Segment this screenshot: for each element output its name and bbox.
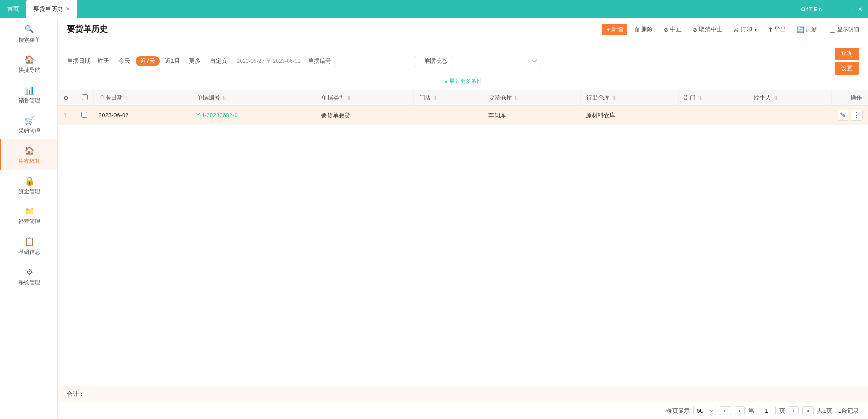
total-info: 共1页，1条记录 bbox=[817, 407, 859, 415]
refresh-button[interactable]: 🔄 刷新 bbox=[793, 24, 822, 35]
sidebar-item-finance[interactable]: 🔒 资金管理 bbox=[0, 170, 57, 200]
date-btn-7days[interactable]: 近7天 bbox=[136, 56, 160, 66]
page-label: 第 bbox=[748, 407, 754, 415]
row-more-icon[interactable]: ⋮ bbox=[851, 110, 863, 121]
page-unit: 页 bbox=[779, 407, 785, 415]
pagination: 每页显示 20 50 100 200 « ‹ 第 页 › » 共1页，1条记录 bbox=[58, 402, 868, 419]
action-icons: ✎ ⋮ bbox=[837, 110, 863, 121]
maximize-icon[interactable]: □ bbox=[849, 6, 852, 13]
filter-date-label: 单据日期 bbox=[67, 57, 90, 65]
col-handler-label: 经手人 bbox=[754, 94, 771, 101]
tab-list: 首页 要货单历史 ✕ bbox=[0, 0, 77, 18]
refresh-icon: 🔄 bbox=[797, 26, 804, 33]
sidebar-item-inventory[interactable]: 🏠 库存核算 bbox=[0, 139, 57, 170]
first-page-btn[interactable]: « bbox=[720, 406, 731, 415]
col-req-warehouse[interactable]: 要货仓库 ⇅ bbox=[483, 90, 580, 106]
sidebar-item-basic-info[interactable]: 📋 基础信息 bbox=[0, 230, 57, 261]
row-store bbox=[413, 106, 483, 125]
row-edit-icon[interactable]: ✎ bbox=[838, 110, 848, 121]
date-btn-1month[interactable]: 近1月 bbox=[161, 56, 184, 66]
last-page-btn[interactable]: » bbox=[802, 406, 814, 415]
col-bill-date[interactable]: 单据日期 ⇅ bbox=[93, 90, 191, 106]
row-bill-no-link[interactable]: YH-20230602-0 bbox=[196, 112, 238, 119]
delete-button[interactable]: 🗑 删除 bbox=[629, 24, 657, 35]
sidebar-item-search[interactable]: 🔍 搜索菜单 bbox=[0, 18, 57, 48]
col-store-label: 门店 bbox=[419, 94, 431, 101]
tab-home-label: 首页 bbox=[7, 5, 19, 13]
sort-store-icon: ⇅ bbox=[433, 95, 437, 100]
table-area: ⚙ 单据日期 ⇅ 单据编号 ⇅ 单据类型 bbox=[58, 90, 868, 386]
row-checkbox[interactable] bbox=[81, 112, 87, 118]
prev-page-btn[interactable]: ‹ bbox=[735, 406, 745, 415]
filter-bill-status-label: 单据状态 bbox=[424, 57, 447, 65]
date-btn-custom[interactable]: 自定义 bbox=[206, 56, 231, 66]
export-button[interactable]: ⬆ 导出 bbox=[764, 24, 791, 35]
display-detail-label[interactable]: 显示明细 bbox=[830, 26, 859, 33]
col-bill-no[interactable]: 单据编号 ⇅ bbox=[191, 90, 316, 106]
col-settings[interactable]: ⚙ bbox=[58, 90, 76, 106]
sidebar-item-finance-label: 资金管理 bbox=[19, 188, 40, 195]
filter-bill-status-select[interactable]: 草稿 已确认 已中止 bbox=[451, 56, 541, 67]
select-all-checkbox[interactable] bbox=[82, 94, 88, 100]
cancel-stop-icon: ⊘ bbox=[693, 26, 698, 33]
col-store[interactable]: 门店 ⇅ bbox=[413, 90, 483, 106]
display-detail-checkbox[interactable] bbox=[830, 27, 835, 33]
filter-area: 单据日期 昨天 今天 近7天 近1月 更多 自定义 2023-05-27 至 2… bbox=[58, 43, 868, 90]
cancel-stop-button[interactable]: ⊘ 取消中止 bbox=[688, 24, 727, 35]
date-btn-yesterday[interactable]: 昨天 bbox=[94, 56, 113, 66]
main-layout: 🔍 搜索菜单 🏠 快捷导航 📊 销售管理 🛒 采购管理 🏠 库存核算 🔒 资金管… bbox=[0, 18, 868, 419]
sort-pending-warehouse-icon: ⇅ bbox=[612, 95, 616, 100]
sidebar-item-purchase-label: 采购管理 bbox=[19, 127, 40, 135]
tab-requisition-history[interactable]: 要货单历史 ✕ bbox=[26, 0, 77, 18]
per-page-select[interactable]: 20 50 100 200 bbox=[693, 406, 716, 415]
filter-bill-no-group: 单据编号 bbox=[308, 56, 416, 67]
top-bar: 首页 要货单历史 ✕ OfTEn — □ ✕ bbox=[0, 0, 868, 18]
col-department[interactable]: 部门 ⇅ bbox=[678, 90, 748, 106]
sidebar-item-system-label: 系统管理 bbox=[19, 279, 40, 286]
filter-bill-status-group: 单据状态 草稿 已确认 已中止 bbox=[424, 56, 541, 67]
col-handler[interactable]: 经手人 ⇅ bbox=[748, 90, 831, 106]
print-button[interactable]: 🖨 打印 bbox=[729, 24, 762, 35]
new-label: 新增 bbox=[611, 25, 623, 33]
close-icon[interactable]: ✕ bbox=[858, 6, 863, 13]
export-icon: ⬆ bbox=[768, 26, 773, 33]
refresh-label: 刷新 bbox=[806, 25, 817, 33]
sidebar-item-quick-nav[interactable]: 🏠 快捷导航 bbox=[0, 48, 57, 79]
settings-button[interactable]: 设置 bbox=[835, 62, 859, 75]
sales-icon: 📊 bbox=[24, 85, 34, 95]
filter-date-range: 2023-05-27 至 2023-06-02 bbox=[236, 57, 300, 65]
stop-label: 中止 bbox=[670, 25, 682, 33]
sidebar-item-inventory-label: 库存核算 bbox=[19, 157, 40, 165]
row-bill-date: 2023-06-02 bbox=[93, 106, 191, 125]
sort-bill-date-icon: ⇅ bbox=[125, 95, 128, 100]
tab-close-icon[interactable]: ✕ bbox=[66, 6, 70, 12]
sidebar-item-purchase[interactable]: 🛒 采购管理 bbox=[0, 109, 57, 139]
col-pending-warehouse-label: 待出仓库 bbox=[586, 94, 610, 101]
stop-button[interactable]: ⊘ 中止 bbox=[659, 24, 686, 35]
row-action-cell: ✎ ⋮ bbox=[832, 106, 868, 125]
date-btn-more[interactable]: 更多 bbox=[185, 56, 204, 66]
minimize-icon[interactable]: — bbox=[837, 6, 843, 13]
col-bill-type[interactable]: 单据类型 ⇅ bbox=[316, 90, 413, 106]
sidebar-item-operations[interactable]: 📁 经营管理 bbox=[0, 200, 57, 230]
filter-bill-no-input[interactable] bbox=[335, 56, 416, 67]
filter-bill-no-label: 单据编号 bbox=[308, 57, 331, 65]
tab-home[interactable]: 首页 bbox=[0, 0, 26, 18]
sidebar-item-quick-nav-label: 快捷导航 bbox=[19, 67, 40, 74]
query-button[interactable]: 查询 bbox=[835, 48, 859, 60]
print-label: 打印 bbox=[741, 25, 752, 33]
tab-requisition-history-label: 要货单历史 bbox=[33, 5, 63, 13]
col-action: 操作 bbox=[832, 90, 868, 106]
page-input[interactable] bbox=[758, 406, 776, 415]
new-button[interactable]: + 新增 bbox=[602, 24, 627, 35]
next-page-btn[interactable]: › bbox=[789, 406, 799, 415]
expand-more-button[interactable]: ∨ 展开更多条件 bbox=[444, 77, 482, 85]
sidebar-item-sales-label: 销售管理 bbox=[19, 97, 40, 105]
delete-icon: 🗑 bbox=[634, 26, 640, 33]
col-pending-warehouse[interactable]: 待出仓库 ⇅ bbox=[580, 90, 678, 106]
col-req-warehouse-label: 要货仓库 bbox=[489, 94, 512, 101]
date-btn-today[interactable]: 今天 bbox=[115, 56, 134, 66]
sidebar-item-system[interactable]: ⚙ 系统管理 bbox=[0, 261, 57, 291]
expand-more-row: ∨ 展开更多条件 bbox=[67, 77, 859, 85]
sidebar-item-sales[interactable]: 📊 销售管理 bbox=[0, 79, 57, 109]
